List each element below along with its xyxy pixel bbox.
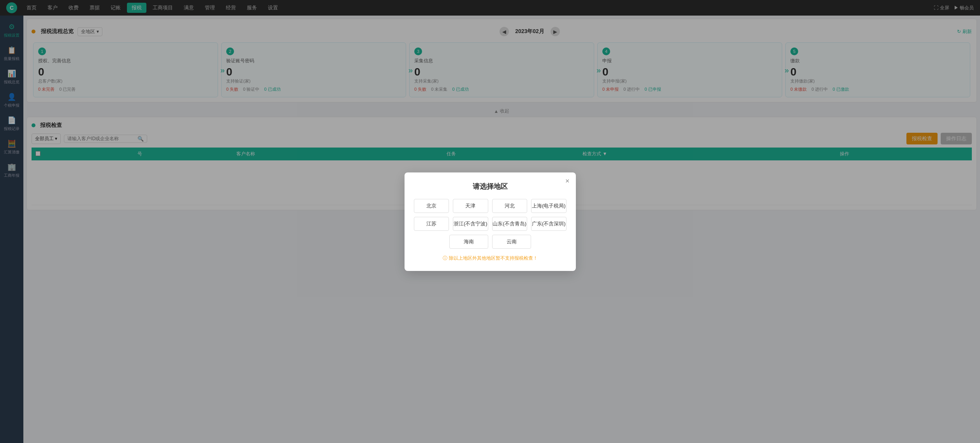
- region-btn-hebei[interactable]: 河北: [492, 199, 528, 213]
- modal-close-btn[interactable]: ×: [565, 177, 570, 185]
- region-btn-guangdong[interactable]: 广东(不含深圳): [531, 217, 567, 231]
- modal-overlay[interactable]: × 请选择地区 北京 天津 河北 上海(电子税局) 江苏 浙江(不含宁波) 山东…: [0, 0, 980, 443]
- region-grid-row2: 江苏 浙江(不含宁波) 山东(不含青岛) 广东(不含深圳): [414, 217, 567, 231]
- region-btn-beijing[interactable]: 北京: [414, 199, 449, 213]
- region-select-modal: × 请选择地区 北京 天津 河北 上海(电子税局) 江苏 浙江(不含宁波) 山东…: [405, 172, 576, 271]
- region-btn-yunnan[interactable]: 云南: [492, 235, 531, 249]
- region-btn-jiangsu[interactable]: 江苏: [414, 217, 449, 231]
- modal-title: 请选择地区: [414, 182, 567, 191]
- region-btn-shandong[interactable]: 山东(不含青岛): [492, 217, 528, 231]
- warning-icon: ⓘ: [443, 255, 447, 262]
- region-btn-tianjin[interactable]: 天津: [453, 199, 488, 213]
- warning-text: 除以上地区外其他地区暂不支持报税检查！: [449, 255, 538, 262]
- region-btn-shanghai[interactable]: 上海(电子税局): [531, 199, 567, 213]
- modal-warning: ⓘ 除以上地区外其他地区暂不支持报税检查！: [414, 255, 567, 262]
- region-grid-row3: 海南 云南: [414, 235, 567, 249]
- region-btn-hainan[interactable]: 海南: [449, 235, 488, 249]
- region-grid-row1: 北京 天津 河北 上海(电子税局): [414, 199, 567, 213]
- region-btn-zhejiang[interactable]: 浙江(不含宁波): [453, 217, 488, 231]
